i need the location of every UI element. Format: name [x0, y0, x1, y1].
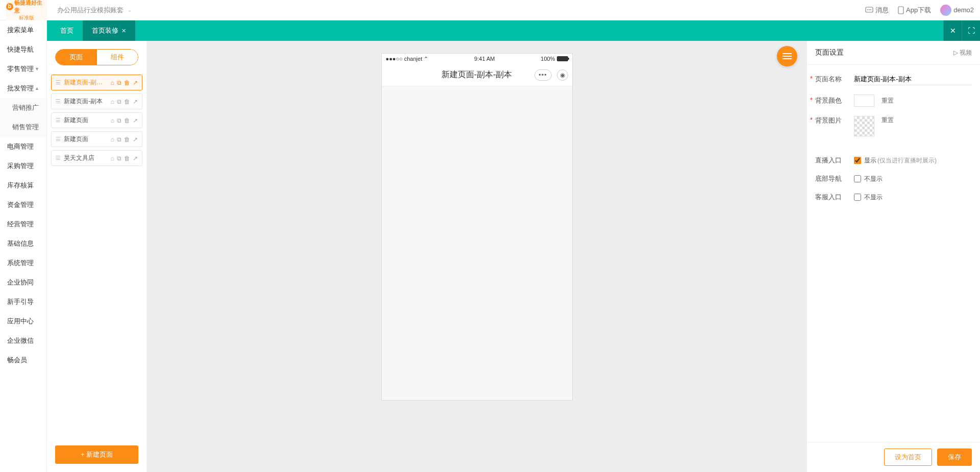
tab-home[interactable]: 首页 — [51, 20, 83, 41]
sidebar-item-finance[interactable]: 资金管理 — [0, 195, 46, 215]
page-item[interactable]: ☰ 新建页面 ⌂ ⧉ 🗑 ↗ — [51, 131, 142, 147]
page-item[interactable]: ☰ 新建页面 ⌂ ⧉ 🗑 ↗ — [51, 112, 142, 128]
home-icon[interactable]: ⌂ — [111, 98, 114, 105]
delete-icon[interactable]: 🗑 — [124, 98, 130, 105]
tabbar-close-button[interactable]: ✕ — [943, 20, 962, 41]
sidebar-item-member[interactable]: 畅会员 — [0, 350, 46, 370]
left-panel: 页面 组件 ☰ 新建页面-副本... ⌂ ⧉ 🗑 ↗ — [47, 41, 147, 472]
nav-hide-checkbox[interactable]: 不显示 — [854, 175, 883, 183]
bg-color-label: 背景颜色 — [815, 96, 854, 105]
user-menu[interactable]: demo2 — [940, 5, 974, 16]
bg-color-swatch[interactable] — [854, 95, 874, 107]
topbar: b畅捷通好生意 标准版 办公用品行业模拟账套 ⌄ 消息 App下载 demo2 — [0, 0, 980, 20]
sidebar-sub-marketing[interactable]: 营销推广 — [0, 98, 46, 117]
right-panel: 页面设置 ▷ 视频 页面名称 背景颜色 — [806, 41, 980, 472]
copy-icon[interactable]: ⧉ — [117, 155, 121, 162]
sidebar-sub-sales[interactable]: 销售管理 — [0, 117, 46, 137]
save-button[interactable]: 保存 — [937, 449, 972, 466]
phone-icon — [898, 6, 904, 14]
set-home-button[interactable]: 设为首页 — [884, 449, 932, 466]
service-hide-checkbox[interactable]: 不显示 — [854, 193, 883, 202]
logo[interactable]: b畅捷通好生意 标准版 — [6, 0, 47, 20]
sidebar-item-guide[interactable]: 新手引导 — [0, 292, 46, 312]
service-entry-label: 客服入口 — [815, 193, 854, 202]
drag-icon[interactable]: ☰ — [56, 155, 61, 161]
share-icon[interactable]: ↗ — [133, 155, 138, 162]
share-icon[interactable]: ↗ — [133, 117, 138, 124]
home-icon[interactable]: ⌂ — [111, 117, 114, 124]
wifi-icon: ⌃ — [424, 56, 428, 62]
bg-image-picker[interactable] — [854, 116, 874, 136]
username: demo2 — [953, 6, 974, 14]
live-show-checkbox[interactable]: 显示 — [854, 156, 876, 165]
messages-label: 消息 — [875, 6, 889, 15]
phone-body[interactable] — [382, 86, 572, 400]
copy-icon[interactable]: ⧉ — [117, 79, 121, 86]
video-help-button[interactable]: ▷ 视频 — [953, 49, 972, 57]
page-name-label: 页面名称 — [815, 75, 854, 84]
drag-icon[interactable]: ☰ — [56, 117, 61, 124]
sidebar-item-operation[interactable]: 经营管理 — [0, 215, 46, 234]
drag-icon[interactable]: ☰ — [56, 98, 61, 105]
message-icon — [865, 7, 873, 14]
messages-button[interactable]: 消息 — [865, 6, 889, 15]
page-item[interactable]: ☰ 新建页面-副本 ⌂ ⧉ 🗑 ↗ — [51, 93, 142, 109]
sidebar-item-appcenter[interactable]: 应用中心 — [0, 312, 46, 331]
new-page-button[interactable]: + 新建页面 — [55, 445, 138, 464]
bg-color-reset[interactable]: 重置 — [881, 97, 894, 105]
canvas-menu-button[interactable] — [777, 46, 797, 66]
copy-icon[interactable]: ⧉ — [117, 117, 121, 124]
canvas: ●●●○○ chanjet ⌃ 9:41 AM 100% 新建页面-副本 — [147, 41, 806, 472]
account-name: 办公用品行业模拟账套 — [57, 6, 124, 15]
bg-image-reset[interactable]: 重置 — [881, 116, 894, 125]
drag-icon[interactable]: ☰ — [56, 136, 61, 143]
sidebar-item-inventory[interactable]: 库存核算 — [0, 176, 46, 195]
sidebar-item-quicknav[interactable]: 快捷导航 — [0, 40, 46, 59]
sidebar-item-purchase[interactable]: 采购管理 — [0, 156, 46, 176]
page-item-name: 新建页面-副本... — [64, 78, 108, 87]
sidebar-item-wechat[interactable]: 企业微信 — [0, 331, 46, 350]
battery-percent: 100% — [541, 56, 555, 62]
tab-decorate[interactable]: 首页装修✕ — [83, 20, 135, 41]
svg-point-1 — [867, 9, 868, 10]
phone-time: 9:41 AM — [474, 56, 495, 62]
delete-icon[interactable]: 🗑 — [124, 117, 130, 124]
copy-icon[interactable]: ⧉ — [117, 98, 121, 105]
svg-rect-4 — [898, 7, 903, 14]
play-icon: ▷ — [953, 49, 958, 56]
sidebar-item-enterprise[interactable]: 企业协同 — [0, 273, 46, 292]
video-label: 视频 — [960, 49, 972, 57]
settings-title: 页面设置 — [815, 48, 844, 57]
app-download-button[interactable]: App下载 — [898, 6, 931, 15]
delete-icon[interactable]: 🗑 — [124, 79, 130, 86]
sidebar-item-ecommerce[interactable]: 电商管理 — [0, 137, 46, 156]
phone-title: 新建页面-副本-副本 — [442, 69, 512, 80]
segment-page[interactable]: 页面 — [56, 50, 97, 65]
phone-target-icon: ◉ — [557, 69, 568, 81]
share-icon[interactable]: ↗ — [133, 98, 138, 105]
delete-icon[interactable]: 🗑 — [124, 136, 130, 143]
segment-component[interactable]: 组件 — [97, 50, 138, 65]
drag-icon[interactable]: ☰ — [56, 79, 61, 86]
home-icon[interactable]: ⌂ — [111, 136, 114, 143]
page-name-input[interactable] — [854, 73, 972, 85]
sidebar-item-search[interactable]: 搜索菜单 — [0, 20, 46, 40]
hamburger-icon — [782, 56, 792, 57]
home-icon[interactable]: ⌂ — [111, 79, 114, 86]
share-icon[interactable]: ↗ — [133, 79, 138, 86]
delete-icon[interactable]: 🗑 — [124, 155, 130, 162]
home-icon[interactable]: ⌂ — [111, 155, 114, 162]
sidebar-item-basic[interactable]: 基础信息 — [0, 234, 46, 253]
sidebar-item-system[interactable]: 系统管理 — [0, 253, 46, 273]
copy-icon[interactable]: ⧉ — [117, 136, 121, 143]
page-item[interactable]: ☰ 新建页面-副本... ⌂ ⧉ 🗑 ↗ — [51, 75, 142, 90]
sidebar-item-wholesale[interactable]: 批发管理▲ — [0, 79, 46, 98]
share-icon[interactable]: ↗ — [133, 136, 138, 143]
close-icon[interactable]: ✕ — [121, 28, 126, 34]
page-item[interactable]: ☰ 昊天文具店 ⌂ ⧉ 🗑 ↗ — [51, 150, 142, 166]
account-selector[interactable]: 办公用品行业模拟账套 ⌄ — [57, 6, 132, 15]
tabbar: 首页 首页装修✕ ✕ ⛶ — [47, 20, 980, 41]
tabbar-fullscreen-button[interactable]: ⛶ — [962, 20, 980, 41]
svg-point-3 — [870, 9, 871, 10]
sidebar-item-retail[interactable]: 零售管理▼ — [0, 59, 46, 79]
